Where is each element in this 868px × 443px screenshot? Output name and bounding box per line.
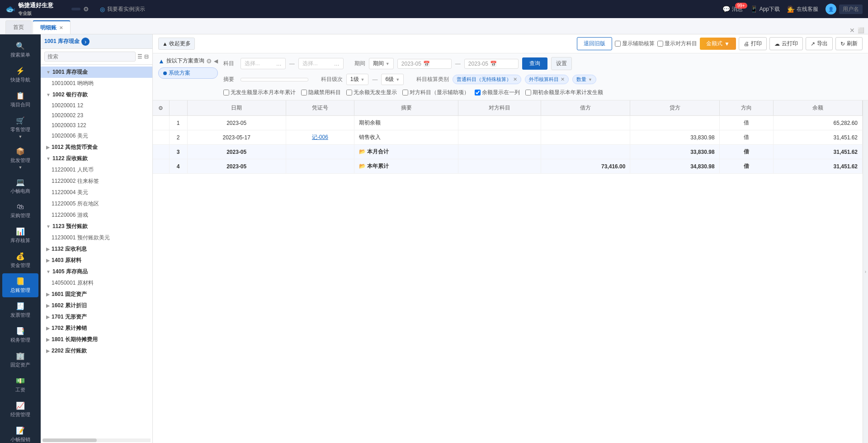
tree-item-10020001[interactable]: 10020001 12 — [41, 100, 152, 110]
hide-disabled-input[interactable] — [301, 90, 307, 95]
sidebar-item-contract[interactable]: 📋 项目合同 — [2, 88, 38, 112]
sidebar-item-tax[interactable]: 📑 税务管理 — [2, 323, 38, 347]
col-direction[interactable]: 方向 — [719, 100, 773, 116]
table-wrapper[interactable]: ⚙ 日期 凭证号 摘要 对方科目 借方 贷方 方向 余额 — [153, 100, 863, 443]
tree-item-11220006[interactable]: 11220006 游戏 — [41, 210, 152, 221]
tree-item-1123[interactable]: ▼ 1123 预付账款 — [41, 221, 152, 232]
calendar-start-icon[interactable]: 📅 — [423, 61, 430, 67]
tree-item-11230001[interactable]: 11230001 预付账款美元 — [41, 232, 152, 243]
calendar-end-icon[interactable]: 📅 — [490, 61, 497, 67]
print-btn[interactable]: 🖨 打印 — [739, 37, 767, 50]
col-opposite[interactable]: 对方科目 — [458, 100, 541, 116]
opposite-input[interactable] — [402, 90, 408, 95]
tree-item-1001[interactable]: ▼ 1001 库存现金 — [41, 67, 152, 78]
right-side-arrow[interactable]: › — [863, 100, 868, 443]
tree-item-1602[interactable]: ▶ 1602 累计折旧 — [41, 300, 152, 311]
balance-one-col-checkbox[interactable]: 余额显示在一列 — [475, 89, 520, 96]
tree-item-10010001[interactable]: 10010001 哟哟哟 — [41, 78, 152, 89]
no-occur-input[interactable] — [223, 90, 229, 95]
subject-dots-btn[interactable]: … — [276, 61, 282, 67]
tree-item-1122[interactable]: ▼ 1122 应收账款 — [41, 153, 152, 164]
show-auxiliary-input[interactable] — [615, 41, 621, 47]
level-to-select[interactable]: 6级 ▼ — [381, 74, 404, 85]
period-start-input[interactable]: 2023-05 📅 — [397, 59, 452, 69]
sidebar-item-search[interactable]: 🔍 搜索菜单 — [2, 38, 38, 62]
tree-scrollbar[interactable] — [42, 438, 151, 442]
sidebar-item-purchase[interactable]: 🛍 采购管理 — [2, 199, 38, 223]
export-btn[interactable]: ↗ 导出 — [806, 37, 833, 50]
sidebar-item-nav[interactable]: ⚡ 快捷导航 — [2, 63, 38, 87]
tree-item-2202[interactable]: ▶ 2202 应付账款 — [41, 345, 152, 357]
app-download-btn[interactable]: 📱 App下载 — [750, 5, 780, 13]
col-date[interactable]: 日期 — [187, 100, 286, 116]
scheme-settings-icon[interactable]: ⚙ — [206, 57, 212, 65]
tree-item-10020003[interactable]: 10020003 122 — [41, 120, 152, 130]
account-nav-btn[interactable]: › — [81, 38, 90, 46]
opposite-checkbox[interactable]: 对方科目（显示辅助项） — [402, 89, 469, 96]
refresh-btn[interactable]: ↻ 刷新 — [835, 37, 863, 50]
tab-home[interactable]: 首页 — [5, 20, 32, 34]
collapse-more-btn[interactable]: ▲ 收起更多 — [158, 38, 195, 50]
type-tag2-close[interactable]: ✕ — [561, 76, 565, 82]
tree-item-11220004[interactable]: 11220004 美元 — [41, 187, 152, 198]
tab-ledger[interactable]: 明细账 ✕ — [33, 20, 71, 34]
subject-input-left[interactable]: 选择... … — [241, 58, 286, 69]
type-tag1[interactable]: 普通科目（无特殊核算） ✕ — [453, 75, 521, 84]
col-credit[interactable]: 贷方 — [630, 100, 719, 116]
show-opposite-input[interactable] — [657, 41, 663, 47]
col-summary[interactable]: 摘要 — [354, 100, 458, 116]
tree-item-1403[interactable]: ▶ 1403 原材料 — [41, 255, 152, 266]
tree-item-1405[interactable]: ▼ 1405 库存商品 — [41, 266, 152, 277]
tree-item-1702[interactable]: ▶ 1702 累计摊销 — [41, 323, 152, 334]
sidebar-item-salary[interactable]: 💵 工资 — [2, 373, 38, 397]
sidebar-item-retail[interactable]: 🛒 零售管理 ▼ — [2, 113, 38, 143]
initial-balance-checkbox[interactable]: 期初余额显示本年累计发生额 — [525, 89, 603, 96]
col-voucher[interactable]: 凭证号 — [286, 100, 354, 116]
tree-item-1132[interactable]: ▶ 1132 应收利息 — [41, 243, 152, 255]
tree-list-icon[interactable]: ☰ — [137, 53, 142, 60]
return-old-btn[interactable]: 退回旧版 — [577, 37, 612, 50]
account-search-input[interactable] — [44, 52, 136, 62]
close-window-btn[interactable]: ✕ — [849, 27, 855, 34]
subject-dots2-btn[interactable]: … — [334, 61, 340, 67]
sidebar-item-ecommerce[interactable]: 💻 小畅电商 — [2, 174, 38, 198]
type-tag1-close[interactable]: ✕ — [513, 76, 517, 82]
col-settings[interactable]: ⚙ — [153, 100, 169, 116]
no-occur-checkbox[interactable]: 无发生额显示本月本年累计 — [223, 89, 296, 96]
sidebar-item-finance[interactable]: 💰 资金管理 — [2, 248, 38, 272]
sidebar-item-inventory[interactable]: 📊 库存核算 — [2, 224, 38, 248]
sidebar-item-operation[interactable]: 📈 经营管理 — [2, 398, 38, 422]
tree-item-10020006[interactable]: 10020006 美元 — [41, 130, 152, 142]
user-info[interactable]: 👤 用户名 — [826, 4, 863, 14]
current-account[interactable]: 1001 库存现金 › — [44, 38, 90, 46]
tree-item-11220001[interactable]: 11220001 人民币 — [41, 164, 152, 176]
filter-settings-btn[interactable]: 设置 — [551, 57, 572, 70]
query-btn[interactable]: 查询 — [522, 57, 547, 70]
initial-balance-input[interactable] — [525, 90, 531, 95]
tree-item-1002[interactable]: ▼ 1002 银行存款 — [41, 89, 152, 100]
period-end-input[interactable]: 2023-05 📅 — [464, 59, 519, 69]
sidebar-item-report[interactable]: 📝 小畅报销 — [2, 423, 38, 443]
balance-one-col-input[interactable] — [475, 90, 481, 95]
tree-item-10020002[interactable]: 10020002 23 — [41, 110, 152, 120]
sidebar-item-invoice[interactable]: 🧾 发票管理 — [2, 298, 38, 322]
scheme-collapse-icon[interactable]: ◀ — [214, 58, 218, 64]
voucher-link[interactable]: 记-006 — [312, 134, 328, 140]
subject-input-right[interactable]: 选择... … — [298, 58, 344, 69]
period-type-select[interactable]: 期间 ▼ — [369, 58, 394, 69]
level-from-select[interactable]: 1级 ▼ — [346, 74, 369, 85]
no-balance-checkbox[interactable]: 无余额无发生显示 — [346, 89, 397, 96]
system-scheme-btn[interactable]: 系统方案 — [158, 67, 218, 79]
tree-collapse-icon[interactable]: ⊟ — [144, 53, 149, 60]
summary-input[interactable] — [241, 78, 308, 81]
online-service-btn[interactable]: 💁 在线客服 — [787, 5, 818, 13]
show-auxiliary-checkbox[interactable]: 显示辅助核算 — [615, 40, 655, 48]
tree-item-14050001[interactable]: 14050001 原材料 — [41, 277, 152, 289]
tree-item-1701[interactable]: ▶ 1701 无形资产 — [41, 311, 152, 323]
gold-mode-btn[interactable]: 金额式 ▼ — [700, 38, 736, 50]
sidebar-item-wholesale[interactable]: 📦 批发管理 ▼ — [2, 143, 38, 173]
sidebar-item-ledger[interactable]: 📒 总账管理 — [2, 273, 38, 297]
tab-ledger-close[interactable]: ✕ — [59, 25, 63, 30]
tree-item-1601[interactable]: ▶ 1601 固定资产 — [41, 289, 152, 300]
cloud-print-btn[interactable]: ☁ 云打印 — [769, 37, 803, 50]
